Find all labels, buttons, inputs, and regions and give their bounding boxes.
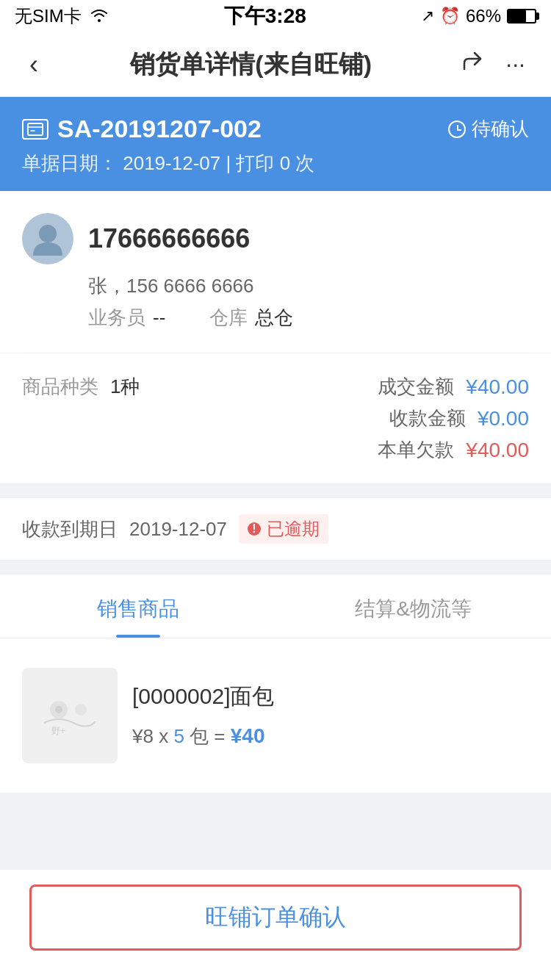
location-icon: ↗ [421,7,434,26]
svg-text:野+: 野+ [51,726,65,736]
alarm-icon: ⏰ [440,7,460,26]
receipt-amount-value: ¥0.00 [478,407,529,430]
confirm-order-label: 旺铺订单确认 [205,901,346,934]
tab-sales-products[interactable]: 销售商品 [0,574,276,638]
summary-section: 商品种类 1种 成交金额 ¥40.00 收款金额 ¥0.00 本单欠款 ¥40.… [0,353,551,483]
due-date-value: 2019-12-07 [129,518,227,541]
order-date-label: 单据日期： [22,152,118,174]
owed-amount-label: 本单欠款 [378,437,454,463]
product-item: 野+ [0000002]面包 ¥8 x 5 包 = ¥40 [22,653,529,778]
bottom-button-wrap: 旺铺订单确认 [0,870,551,980]
product-equals: = [214,725,230,747]
order-header: SA-20191207-002 待确认 单据日期： 2019-12-07 | 打… [0,97,551,191]
customer-section: 17666666666 张，156 6666 6666 业务员 -- 仓库 总仓 [0,191,551,353]
tab-settlement-label: 结算&物流等 [355,597,472,620]
deal-amount-row: 成交金额 ¥40.00 [378,374,529,400]
customer-meta: 业务员 -- 仓库 总仓 [88,305,529,331]
confirm-order-button[interactable]: 旺铺订单确认 [29,884,522,951]
salesman-label: 业务员 [88,305,145,331]
owed-amount-value: ¥40.00 [466,439,529,462]
warehouse-value: 总仓 [255,305,293,331]
order-id: SA-20191207-002 [22,115,262,143]
share-button[interactable] [456,46,487,83]
product-multiply: x [159,725,173,747]
order-date-value: 2019-12-07 [123,152,220,174]
salesman-meta: 业务员 -- [88,305,165,331]
due-date-label: 收款到期日 [22,516,118,542]
salesman-value: -- [153,306,165,329]
tab-sales-label: 销售商品 [97,597,179,620]
page-title: 销货单详情(来自旺铺) [130,48,372,82]
product-name: [0000002]面包 [132,682,529,712]
avatar [22,213,73,264]
overdue-text: 已逾期 [267,517,320,541]
order-status: 待确认 [448,116,529,142]
customer-detail: 张，156 6666 6666 [88,273,529,299]
product-info: [0000002]面包 ¥8 x 5 包 = ¥40 [132,682,529,749]
tab-settlement[interactable]: 结算&物流等 [276,574,551,638]
deal-amount-label: 成交金额 [378,374,454,400]
nav-actions: ··· [456,46,529,83]
more-button[interactable]: ··· [502,47,529,82]
svg-point-4 [75,704,87,716]
owed-amount-row: 本单欠款 ¥40.00 [378,437,529,463]
battery-text: 66% [466,6,501,26]
product-type-label: 商品种类 [22,374,98,400]
product-thumbnail: 野+ [22,668,118,763]
receipt-amount-label: 收款金额 [389,406,466,431]
due-section: 收款到期日 2019-12-07 ! 已逾期 [0,498,551,560]
receipt-amount-row: 收款金额 ¥0.00 [389,406,529,431]
order-id-icon [22,119,48,140]
product-type-row: 商品种类 1种 [22,374,378,400]
status-time: 下午3:28 [224,2,306,30]
order-id-text: SA-20191207-002 [57,115,262,143]
overdue-badge: ! 已逾期 [239,514,328,544]
svg-rect-0 [28,123,43,135]
svg-point-1 [39,225,57,242]
carrier-text: 无SIM卡 [15,4,82,28]
product-total: ¥40 [231,724,265,747]
overdue-dot-icon: ! [248,522,261,536]
product-section: 野+ [0000002]面包 ¥8 x 5 包 = ¥40 [0,638,551,793]
wifi-icon [89,6,109,26]
status-bar: 无SIM卡 下午3:28 ↗ ⏰ 66% [0,0,551,32]
order-header-row1: SA-20191207-002 待确认 [22,115,529,143]
product-price-row: ¥8 x 5 包 = ¥40 [132,724,529,749]
back-button[interactable]: ‹ [22,42,46,87]
product-qty: 5 [173,725,184,747]
order-status-text: 待确认 [472,116,529,142]
nav-bar: ‹ 销货单详情(来自旺铺) ··· [0,32,551,97]
order-date: 单据日期： 2019-12-07 | 打印 0 次 [22,151,529,176]
clock-icon [448,120,466,138]
order-print-info: | 打印 0 次 [226,152,314,174]
tabs-section: 销售商品 结算&物流等 [0,574,551,638]
customer-phone: 17666666666 [88,223,250,254]
customer-row: 17666666666 [22,213,529,264]
status-carrier: 无SIM卡 [15,4,109,28]
product-unit: 包 [190,725,209,747]
product-type-value: 1种 [110,374,140,400]
status-indicators: ↗ ⏰ 66% [421,6,536,26]
svg-point-3 [55,706,62,713]
warehouse-meta: 仓库 总仓 [209,305,293,331]
warehouse-label: 仓库 [209,305,248,331]
deal-amount-value: ¥40.00 [466,375,529,399]
summary-left: 商品种类 1种 [22,374,378,400]
summary-right: 成交金额 ¥40.00 收款金额 ¥0.00 本单欠款 ¥40.00 [378,374,529,463]
product-price: ¥8 [132,725,154,747]
battery-icon [507,9,536,24]
